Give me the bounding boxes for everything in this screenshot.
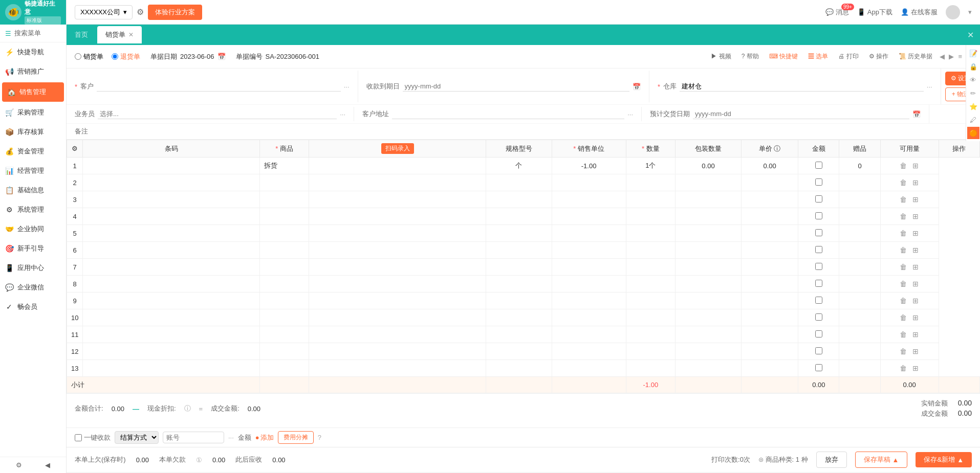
delete-row-icon[interactable]: 🗑	[898, 262, 908, 272]
row-product[interactable]	[259, 242, 309, 259]
row-gift[interactable]	[798, 259, 839, 276]
user-dropdown-icon[interactable]: ▾	[968, 8, 972, 16]
row-spec[interactable]	[309, 292, 486, 309]
trial-button[interactable]: 体验行业方案	[148, 5, 202, 20]
row-barcode[interactable]	[83, 276, 259, 292]
row-unit[interactable]	[486, 360, 552, 377]
row-product[interactable]	[259, 309, 309, 326]
row-unit[interactable]	[486, 191, 552, 208]
row-barcode[interactable]	[83, 360, 259, 377]
row-amount[interactable]	[741, 191, 798, 208]
row-amount[interactable]	[741, 242, 798, 259]
note-input[interactable]	[90, 128, 972, 136]
row-spec[interactable]	[309, 343, 486, 360]
sidebar-search[interactable]: ☰ 搜索菜单	[0, 25, 66, 42]
add-payment-button[interactable]: ● 添加	[255, 433, 274, 442]
copy-row-icon[interactable]: ⊞	[910, 312, 921, 323]
row-qty[interactable]	[552, 276, 626, 292]
row-qty[interactable]	[552, 174, 626, 191]
row-pack-qty[interactable]	[626, 326, 676, 343]
row-qty[interactable]	[552, 208, 626, 225]
customer-addr-input[interactable]	[392, 109, 624, 119]
sidebar-item-quick-nav[interactable]: ⚡ 快捷导航	[0, 42, 66, 62]
row-spec[interactable]	[309, 276, 486, 292]
discard-button[interactable]: 放弃	[816, 452, 847, 468]
sidebar-item-wechat[interactable]: 💬 企业微信	[0, 278, 66, 297]
tab-close-icon[interactable]: ✕	[128, 31, 134, 38]
close-window-icon[interactable]: ✕	[967, 31, 974, 39]
history-btn[interactable]: 📜 历史单据	[896, 50, 935, 63]
row-gift[interactable]	[798, 326, 839, 343]
row-qty[interactable]	[552, 259, 626, 276]
row-product[interactable]	[259, 276, 309, 292]
tab-home[interactable]: 首页	[67, 26, 96, 43]
delete-row-icon[interactable]: 🗑	[898, 346, 908, 356]
row-gift[interactable]	[798, 225, 839, 242]
row-product[interactable]	[259, 259, 309, 276]
copy-row-icon[interactable]: ⊞	[910, 194, 921, 205]
cash-discount-info[interactable]: ⓘ	[184, 404, 191, 413]
row-qty[interactable]	[552, 360, 626, 377]
delete-row-icon[interactable]: 🗑	[898, 194, 908, 205]
delete-row-icon[interactable]: 🗑	[898, 329, 908, 340]
row-unit[interactable]	[486, 208, 552, 225]
row-gift[interactable]	[798, 157, 839, 174]
row-product[interactable]	[259, 191, 309, 208]
copy-row-icon[interactable]: ⊞	[910, 211, 921, 221]
row-price[interactable]	[676, 309, 742, 326]
account-dots[interactable]: ···	[228, 434, 234, 441]
account-input[interactable]	[163, 432, 224, 443]
row-price[interactable]	[676, 259, 742, 276]
row-amount[interactable]	[741, 309, 798, 326]
row-amount[interactable]	[741, 276, 798, 292]
copy-row-icon[interactable]: ⊞	[910, 262, 921, 272]
due-date-calendar-icon[interactable]: 📅	[633, 83, 641, 91]
row-product[interactable]	[259, 292, 309, 309]
row-barcode[interactable]	[83, 225, 259, 242]
row-pack-qty[interactable]	[626, 259, 676, 276]
row-price[interactable]	[676, 276, 742, 292]
copy-row-icon[interactable]: ⊞	[910, 177, 921, 188]
app-download-btn[interactable]: 📱 App下载	[857, 8, 892, 17]
row-product[interactable]	[259, 343, 309, 360]
row-spec[interactable]	[309, 225, 486, 242]
row-barcode[interactable]	[83, 157, 259, 174]
row-price[interactable]	[676, 174, 742, 191]
video-btn[interactable]: ▶ 视频	[708, 50, 734, 63]
warehouse-input[interactable]	[680, 81, 924, 92]
row-barcode[interactable]	[83, 242, 259, 259]
sidebar-item-purchase[interactable]: 🛒 采购管理	[0, 103, 66, 122]
expense-split-button[interactable]: 费用分摊	[278, 431, 314, 444]
row-qty[interactable]	[552, 309, 626, 326]
row-barcode[interactable]	[83, 259, 259, 276]
sidebar-item-apps[interactable]: 📱 应用中心	[0, 258, 66, 278]
row-barcode[interactable]	[83, 174, 259, 191]
sidebar-item-vip[interactable]: ✓ 畅会员	[0, 297, 66, 317]
row-barcode[interactable]	[83, 191, 259, 208]
row-qty[interactable]	[552, 326, 626, 343]
row-gift[interactable]	[798, 343, 839, 360]
product-type-info[interactable]: ⊙ 商品种类: 1 种	[758, 455, 808, 464]
row-pack-qty[interactable]	[626, 225, 676, 242]
row-price[interactable]	[676, 326, 742, 343]
sidebar-item-inventory[interactable]: 📦 库存核算	[0, 122, 66, 142]
th-scan[interactable]: 扫码录入	[309, 140, 486, 157]
copy-row-icon[interactable]: ⊞	[910, 296, 921, 306]
row-pack-qty[interactable]	[626, 208, 676, 225]
row-price[interactable]	[676, 242, 742, 259]
row-price[interactable]	[676, 343, 742, 360]
online-support-btn[interactable]: 👤 在线客服	[901, 8, 938, 17]
sidebar-item-operations[interactable]: 📊 经营管理	[0, 161, 66, 181]
row-gift[interactable]	[798, 208, 839, 225]
row-price[interactable]	[676, 208, 742, 225]
row-amount[interactable]	[741, 259, 798, 276]
row-qty[interactable]	[552, 343, 626, 360]
row-price[interactable]	[676, 225, 742, 242]
row-gift[interactable]	[798, 360, 839, 377]
customer-input[interactable]	[97, 81, 341, 92]
th-settings[interactable]: ⚙	[67, 140, 83, 157]
sidebar-item-base[interactable]: 📋 基础信息	[0, 181, 66, 200]
row-unit[interactable]	[486, 309, 552, 326]
settings-icon[interactable]: ⚙	[16, 461, 22, 469]
row-pack-qty[interactable]	[626, 276, 676, 292]
